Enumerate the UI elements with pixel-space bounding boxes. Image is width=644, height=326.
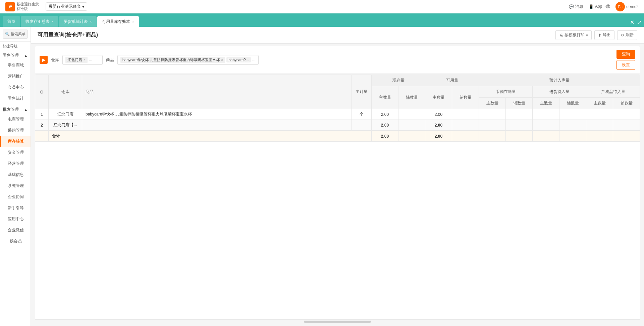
- table-row: 2 江北门店【... 2.00 2.00: [35, 120, 640, 131]
- template-print-btn[interactable]: 🖨 按模板打印 ▾: [555, 30, 592, 40]
- scroll-thumb[interactable]: [304, 321, 371, 323]
- window-maximize-btn[interactable]: ⤢: [637, 19, 641, 26]
- footer-finished-aux: [613, 131, 640, 142]
- cell-current-aux-2: [398, 120, 425, 131]
- tab-bar: 首页 收发存汇总表 × 要货单统计表 × 可用量库存账本 × ✕ ⤢: [0, 13, 644, 27]
- chevron-icon: ▲: [24, 53, 28, 58]
- product-filter-label: 商品: [106, 57, 114, 63]
- product-tag-1-close[interactable]: ×: [221, 58, 223, 62]
- tab-close-available-stock[interactable]: ×: [132, 20, 134, 24]
- tab-order-stats[interactable]: 要货单统计表 ×: [59, 16, 97, 27]
- cell-purchasing-aux-1: [506, 109, 533, 120]
- tab-close-collection[interactable]: ×: [52, 20, 54, 24]
- th-current-stock-group: 现存量: [372, 75, 425, 86]
- search-menu-btn[interactable]: 🔍 搜索菜单: [3, 30, 28, 39]
- cell-finished-aux-1: [613, 109, 640, 120]
- quick-nav-label: 快捷导航: [0, 42, 31, 50]
- th-purchasing-aux: 辅数量: [506, 98, 533, 109]
- sidebar-item-members[interactable]: 会员中心: [0, 82, 31, 93]
- settings-btn[interactable]: 设置: [616, 60, 635, 70]
- th-current-main: 主数量: [372, 86, 398, 109]
- th-incoming-aux: 辅数量: [559, 98, 586, 109]
- table-container: ⚙ 仓库 商品 主计量 现存量 可用量 预计入库量 主数量 辅数量 主数量 辅数…: [35, 75, 640, 323]
- footer-available-main: 2.00: [425, 131, 452, 142]
- tab-home[interactable]: 首页: [3, 16, 20, 27]
- sidebar: 🔍 搜索菜单 快捷导航 零售管理 ▲ 零售商城 营销推广 会员中心 零售统计 批…: [0, 27, 31, 326]
- sidebar-item-ecommerce[interactable]: 电商管理: [0, 114, 31, 125]
- cell-finished-main-1: [586, 109, 613, 120]
- sidebar-item-retail-stats[interactable]: 零售统计: [0, 93, 31, 104]
- footer-purchasing-aux: [506, 131, 533, 142]
- product-filter-input[interactable]: babycare学饮杯 儿童防摔防撞吸管杯重力球吸嘴杯宝宝水杯 × babyca…: [117, 55, 259, 65]
- cell-available-aux-1: [452, 109, 479, 120]
- cell-current-main-1: 2.00: [372, 109, 398, 120]
- cell-purchasing-main-2: [479, 120, 506, 131]
- horizontal-scrollbar[interactable]: [35, 319, 640, 323]
- sidebar-item-vip[interactable]: 畅会员: [0, 236, 31, 247]
- table-row: 1 江北门店 babycare学饮杯 儿童防摔防撞吸管杯重力球吸嘴杯宝宝水杯 个…: [35, 109, 640, 120]
- sidebar-item-system[interactable]: 系统管理: [0, 180, 31, 191]
- search-icon: 🔍: [5, 32, 10, 36]
- tab-available-stock[interactable]: 可用量库存账本 ×: [97, 16, 139, 27]
- warehouse-tag-close[interactable]: ×: [84, 58, 86, 62]
- sidebar-item-finance[interactable]: 资金管理: [0, 147, 31, 158]
- chevron-icon: ▲: [24, 107, 28, 112]
- export-btn[interactable]: ⬆ 导出: [594, 30, 614, 40]
- filter-action-btns: 查询 设置: [616, 50, 635, 70]
- cell-current-main-2: 2.00: [372, 120, 398, 131]
- th-available-aux: 辅数量: [452, 86, 479, 109]
- logo: 好 畅捷通好生意 标准版: [5, 2, 39, 11]
- footer-current-main: 2.00: [372, 131, 398, 142]
- cell-incoming-main-1: [533, 109, 559, 120]
- cell-warehouse-1: 江北门店: [49, 109, 82, 120]
- th-purchasing-transit-group: 采购在途量: [479, 86, 533, 98]
- sidebar-item-inventory[interactable]: 库存核算: [0, 136, 31, 147]
- warehouse-more-btn[interactable]: ...: [89, 57, 92, 62]
- sidebar-item-purchase[interactable]: 采购管理: [0, 125, 31, 136]
- sidebar-item-newbie[interactable]: 新手引导: [0, 202, 31, 214]
- chevron-down-icon: ▾: [82, 4, 84, 9]
- sidebar-item-marketing[interactable]: 营销推广: [0, 71, 31, 82]
- content-area: 可用量查询(按仓库+商品) 🖨 按模板打印 ▾ ⬆ 导出 ↺ 刷新 ▶: [31, 27, 644, 326]
- logo-text: 畅捷通好生意 标准版: [17, 2, 39, 11]
- download-icon: 📱: [589, 4, 594, 9]
- print-icon: 🖨: [559, 33, 563, 38]
- cell-index-2: 2: [35, 120, 49, 131]
- refresh-btn[interactable]: ↺ 刷新: [617, 30, 637, 40]
- sidebar-group-retail[interactable]: 零售管理 ▲: [0, 50, 31, 60]
- footer-purchasing-main: [479, 131, 506, 142]
- filter-expand-btn[interactable]: ▶: [40, 56, 48, 64]
- sidebar-item-enterprise[interactable]: 企业协同: [0, 191, 31, 202]
- query-btn[interactable]: 查询: [616, 50, 635, 59]
- sidebar-item-wechat[interactable]: 企业微信: [0, 225, 31, 236]
- product-tag-2: babycare?...: [226, 57, 251, 62]
- cell-product-2: [82, 120, 352, 131]
- th-incoming-pending-group: 进货待入量: [533, 86, 586, 98]
- footer-incoming-aux: [559, 131, 586, 142]
- sidebar-item-basic-info[interactable]: 基础信息: [0, 169, 31, 180]
- tab-collection-summary[interactable]: 收发存汇总表 ×: [21, 16, 58, 27]
- message-btn[interactable]: 💬 消息: [569, 4, 583, 9]
- logo-icon: 好: [5, 2, 15, 11]
- window-close-btn[interactable]: ✕: [630, 19, 634, 26]
- user-profile[interactable]: Ea demo2: [615, 2, 639, 11]
- refresh-icon: ↺: [621, 33, 624, 38]
- warehouse-filter-input[interactable]: 江北门店 × ...: [62, 55, 103, 65]
- main-layout: 🔍 搜索菜单 快捷导航 零售管理 ▲ 零售商城 营销推广 会员中心 零售统计 批…: [0, 27, 644, 326]
- cell-purchasing-aux-2: [506, 120, 533, 131]
- footer-current-aux: [398, 131, 425, 142]
- cell-product-1: babycare学饮杯 儿童防摔防撞吸管杯重力球吸嘴杯宝宝水杯: [82, 109, 352, 120]
- gear-icon[interactable]: ⚙: [40, 89, 44, 95]
- sidebar-item-retail-mall[interactable]: 零售商城: [0, 60, 31, 71]
- sidebar-item-app-center[interactable]: 应用中心: [0, 214, 31, 225]
- tab-close-order-stats[interactable]: ×: [90, 20, 92, 24]
- product-tag-1: babycare学饮杯 儿童防摔防撞吸管杯重力球吸嘴杯宝宝水杯 ×: [120, 57, 225, 63]
- page-actions: 🖨 按模板打印 ▾ ⬆ 导出 ↺ 刷新: [555, 30, 637, 43]
- app-download-btn[interactable]: 📱 App下载: [589, 4, 610, 9]
- industry-selector[interactable]: 母婴行业演示账套 ▾: [46, 2, 87, 11]
- cell-unit-1: 个: [352, 109, 372, 120]
- product-more-btn[interactable]: ...: [252, 57, 256, 62]
- sidebar-item-operations[interactable]: 经营管理: [0, 158, 31, 169]
- sidebar-group-wholesale[interactable]: 批发管理 ▲: [0, 104, 31, 114]
- warehouse-filter-label: 仓库: [51, 57, 59, 63]
